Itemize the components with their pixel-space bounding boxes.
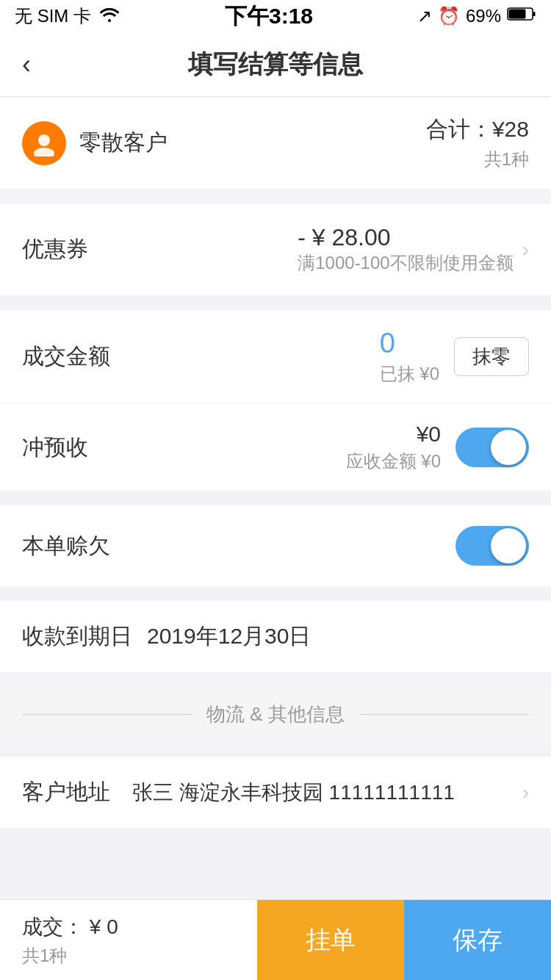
- coupon-values: - ¥ 28.00 满1000-100不限制使用金额: [298, 224, 513, 275]
- prepay-amount: ¥0: [346, 422, 441, 447]
- divider-text: 物流 & 其他信息: [192, 702, 359, 727]
- svg-point-4: [34, 148, 54, 156]
- total-amount: 合计：¥28: [426, 115, 529, 145]
- amount-value-block: 0 已抹 ¥0: [380, 328, 439, 386]
- customer-avatar: [22, 121, 66, 165]
- deal-label: 成交：: [22, 915, 84, 938]
- battery-icon: [507, 6, 536, 26]
- debt-section: 本单赊欠: [0, 505, 551, 586]
- location-icon: ↗: [417, 6, 432, 26]
- round-off-button[interactable]: 抹零: [454, 337, 529, 376]
- status-left: 无 SIM 卡: [15, 4, 120, 28]
- amount-right: 0 已抹 ¥0 抹零: [380, 328, 529, 386]
- page-title: 填写结算等信息: [188, 48, 363, 82]
- carrier-text: 无 SIM 卡: [15, 4, 91, 28]
- due-date-section: 收款到期日 2019年12月30日: [0, 601, 551, 672]
- prepay-row: 冲预收 ¥0 应收金额 ¥0: [0, 404, 551, 491]
- coupon-right: - ¥ 28.00 满1000-100不限制使用金额 ›: [298, 224, 529, 275]
- amount-section: 成交金额 0 已抹 ¥0 抹零 冲预收 ¥0 应收金额 ¥0: [0, 310, 551, 491]
- debt-toggle-knob: [491, 528, 526, 563]
- divider-line-left: [22, 714, 192, 715]
- prepay-right: ¥0 应收金额 ¥0: [346, 422, 529, 473]
- divider-line-right: [359, 714, 529, 715]
- coupon-row[interactable]: 优惠券 - ¥ 28.00 满1000-100不限制使用金额 ›: [0, 203, 551, 295]
- status-bar: 无 SIM 卡 下午3:18 ↗ ⏰ 69%: [0, 0, 551, 32]
- customer-name: 零散客户: [79, 128, 168, 158]
- coupon-desc: 满1000-100不限制使用金额: [298, 251, 513, 275]
- amount-value: 0: [380, 328, 439, 359]
- due-date-label: 收款到期日: [22, 621, 132, 652]
- coupon-chevron-icon: ›: [522, 238, 529, 262]
- deal-value: ¥ 0: [90, 915, 118, 938]
- prepay-sub: 应收金额 ¥0: [346, 450, 441, 473]
- coupon-discount: - ¥ 28.00: [298, 224, 513, 251]
- due-date-row: 收款到期日 2019年12月30日: [22, 621, 529, 652]
- prepay-label: 冲预收: [22, 433, 88, 463]
- divider-section: 物流 & 其他信息: [0, 687, 551, 742]
- hold-button[interactable]: 挂单: [257, 900, 404, 981]
- address-chevron-icon: ›: [522, 781, 529, 804]
- amount-row: 成交金额 0 已抹 ¥0 抹零: [0, 310, 551, 404]
- bottom-info: 成交： ¥ 0 共1种: [0, 913, 257, 968]
- status-time: 下午3:18: [225, 1, 313, 32]
- battery-text: 69%: [466, 6, 501, 26]
- debt-toggle[interactable]: [455, 526, 529, 566]
- customer-section: 零散客户 合计：¥28 共1种: [0, 97, 551, 189]
- save-button[interactable]: 保存: [404, 900, 551, 981]
- address-value: 张三 海淀永丰科技园 11111111111: [132, 779, 522, 807]
- alarm-icon: ⏰: [438, 6, 460, 26]
- customer-right: 合计：¥28 共1种: [426, 115, 529, 171]
- nav-bar: ‹ 填写结算等信息: [0, 32, 551, 97]
- customer-left: 零散客户: [22, 121, 168, 165]
- prepay-toggle[interactable]: [455, 428, 529, 467]
- due-date-value: 2019年12月30日: [147, 621, 311, 652]
- bottom-deal: 成交： ¥ 0: [22, 913, 235, 941]
- toggle-knob: [491, 430, 526, 465]
- prepay-values: ¥0 应收金额 ¥0: [346, 422, 441, 473]
- svg-rect-1: [533, 12, 535, 16]
- amount-label: 成交金额: [22, 342, 110, 372]
- back-button[interactable]: ‹: [22, 49, 31, 80]
- status-right: ↗ ⏰ 69%: [417, 6, 536, 26]
- debt-label: 本单赊欠: [22, 531, 110, 561]
- wifi-icon: [98, 6, 120, 26]
- svg-rect-2: [508, 10, 525, 19]
- address-label: 客户地址: [22, 777, 110, 807]
- coupon-label: 优惠券: [22, 234, 88, 264]
- amount-sub: 已抹 ¥0: [380, 362, 439, 386]
- bottom-bar: 成交： ¥ 0 共1种 挂单 保存: [0, 899, 551, 980]
- bottom-count: 共1种: [22, 944, 235, 968]
- coupon-section[interactable]: 优惠券 - ¥ 28.00 满1000-100不限制使用金额 ›: [0, 203, 551, 295]
- content-area: 零散客户 合计：¥28 共1种 优惠券 - ¥ 28.00 满1000-100不…: [0, 97, 551, 980]
- svg-point-3: [38, 134, 50, 146]
- customer-row: 零散客户 合计：¥28 共1种: [0, 97, 551, 189]
- address-section[interactable]: 客户地址 张三 海淀永丰科技园 11111111111 ›: [0, 757, 551, 828]
- total-count: 共1种: [426, 148, 529, 171]
